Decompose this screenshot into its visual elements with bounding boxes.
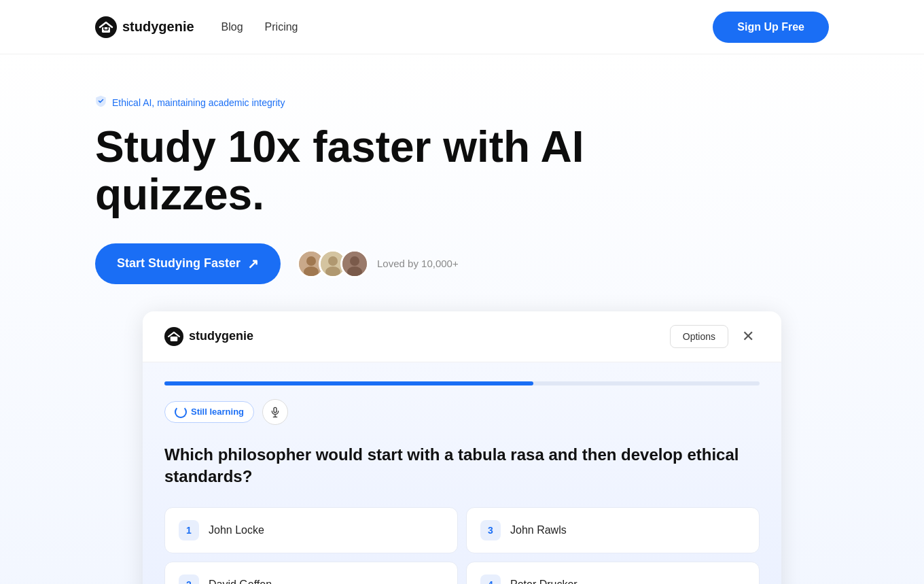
close-button[interactable]: ✕ <box>736 326 760 347</box>
loved-text: Loved by 10,000+ <box>377 258 459 269</box>
ethical-badge-text: Ethical AI, maintaining academic integri… <box>112 97 285 108</box>
answer-option-2[interactable]: 2 David Geffen <box>164 562 458 584</box>
svg-rect-13 <box>274 407 277 412</box>
answer-option-1[interactable]: 1 John Locke <box>164 507 458 553</box>
status-row: Still learning <box>164 399 760 425</box>
logo-icon <box>95 16 117 38</box>
answer-text-1: John Locke <box>209 524 264 536</box>
svg-rect-12 <box>171 337 178 341</box>
quiz-card-header: studygenie Options ✕ <box>143 311 781 362</box>
answer-text-2: David Geffen <box>209 579 272 584</box>
nav-links: Blog Pricing <box>221 21 713 33</box>
shield-icon <box>95 95 107 109</box>
svg-point-9 <box>350 256 359 266</box>
progress-bar-container <box>164 381 760 385</box>
nav-pricing-link[interactable]: Pricing <box>265 21 298 33</box>
still-learning-badge: Still learning <box>164 401 254 423</box>
still-learning-label: Still learning <box>191 407 244 417</box>
svg-point-3 <box>306 256 316 266</box>
progress-bar-fill <box>164 381 533 385</box>
quiz-card: studygenie Options ✕ Still learning <box>143 311 781 584</box>
hero-section: Ethical AI, maintaining academic integri… <box>0 54 924 584</box>
ethical-badge: Ethical AI, maintaining academic integri… <box>95 95 285 109</box>
answers-grid: 1 John Locke 3 John Rawls 2 David Geffen… <box>164 507 760 584</box>
svg-point-6 <box>328 256 338 266</box>
logo-text: studygenie <box>122 19 194 35</box>
quiz-logo-text: studygenie <box>189 329 253 343</box>
answer-text-3: John Rawls <box>510 524 567 536</box>
options-button[interactable]: Options <box>670 325 728 348</box>
answer-num-1: 1 <box>179 520 199 540</box>
avatar-3 <box>340 250 369 278</box>
mic-icon <box>270 407 281 417</box>
quiz-logo-icon <box>164 327 183 346</box>
quiz-header-actions: Options ✕ <box>670 325 760 348</box>
quiz-logo: studygenie <box>164 327 253 346</box>
answer-num-4: 4 <box>480 574 501 584</box>
avatars-group: Loved by 10,000+ <box>297 250 459 278</box>
signup-button[interactable]: Sign Up Free <box>713 12 829 43</box>
hero-actions: Start Studying Faster ↗ Loved by 10,000+ <box>95 243 829 284</box>
nav-blog-link[interactable]: Blog <box>221 21 243 33</box>
answer-option-3[interactable]: 3 John Rawls <box>466 507 760 553</box>
arrow-icon: ↗ <box>247 256 259 272</box>
start-studying-label: Start Studying Faster <box>117 256 241 271</box>
answer-option-4[interactable]: 4 Peter Drucker <box>466 562 760 584</box>
start-studying-button[interactable]: Start Studying Faster ↗ <box>95 243 281 284</box>
mic-button[interactable] <box>262 399 288 425</box>
answer-num-3: 3 <box>480 520 501 540</box>
question-text: Which philosopher would start with a tab… <box>164 444 760 488</box>
logo-link[interactable]: studygenie <box>95 16 194 38</box>
quiz-body: Still learning Which philosopher would s… <box>143 362 781 584</box>
answer-num-2: 2 <box>179 574 199 584</box>
hero-title: Study 10x faster with AI quizzes. <box>95 123 639 219</box>
answer-text-4: Peter Drucker <box>510 579 578 584</box>
spinner-icon <box>175 406 187 418</box>
